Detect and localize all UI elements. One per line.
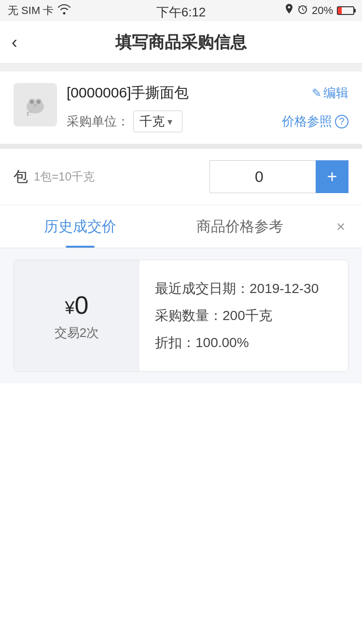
product-details: [0000006]手撕面包 ✎ 编辑 采购单位： 千克 ▾ 价格参照 ? <box>67 83 348 132</box>
dropdown-arrow-icon: ▾ <box>167 116 172 127</box>
product-unit-row: 采购单位： 千克 ▾ 价格参照 ? <box>67 111 348 132</box>
location-icon <box>285 4 293 17</box>
battery-icon <box>337 6 354 15</box>
recent-date-row: 最近成交日期：2019-12-30 <box>155 280 333 298</box>
quantity-row: 包 1包=10千克 + <box>0 149 362 205</box>
edit-button[interactable]: ✎ 编辑 <box>312 84 348 101</box>
edit-icon: ✎ <box>312 86 321 100</box>
recent-date-label: 最近成交日期： <box>155 281 250 296</box>
purchase-quantity-value: 200千克 <box>223 308 272 323</box>
status-time: 下午6:12 <box>156 4 206 21</box>
back-button[interactable]: ‹ <box>12 32 17 53</box>
discount-label: 折扣： <box>155 335 195 350</box>
unit-selector-group: 采购单位： 千克 ▾ <box>67 111 182 132</box>
quantity-unit: 包 <box>14 167 28 187</box>
product-top-row: [0000006]手撕面包 ✎ 编辑 <box>67 83 348 103</box>
tab-active-indicator <box>66 246 95 248</box>
svg-point-6 <box>33 104 37 107</box>
page-title: 填写商品采购信息 <box>115 31 247 54</box>
svg-text:贮: 贮 <box>27 111 31 116</box>
price-reference-button[interactable]: 价格参照 ? <box>282 113 348 130</box>
status-left: 无 SIM 卡 <box>8 3 71 18</box>
discount-value: 100.00% <box>195 335 249 350</box>
status-bar: 无 SIM 卡 下午6:12 20% <box>0 0 362 21</box>
tab-panel: 历史成交价 商品价格参考 × ¥0 交易2次 最近成交日期：2019-12-30… <box>0 205 362 383</box>
quantity-input-group: + <box>209 160 348 193</box>
currency-symbol: ¥ <box>65 298 75 318</box>
price-right-panel: 最近成交日期：2019-12-30 采购数量：200千克 折扣：100.00% <box>139 260 348 371</box>
history-price-content: ¥0 交易2次 最近成交日期：2019-12-30 采购数量：200千克 折扣：… <box>0 248 362 383</box>
quantity-conversion: 1包=10千克 <box>34 169 95 184</box>
bottom-area <box>0 383 362 644</box>
svg-point-4 <box>30 100 34 104</box>
product-name: [0000006]手撕面包 <box>67 83 189 103</box>
help-icon: ? <box>335 115 348 128</box>
unit-value: 千克 <box>139 113 165 130</box>
transaction-count: 交易2次 <box>55 324 99 341</box>
tab-history-price[interactable]: 历史成交价 <box>0 205 160 248</box>
recent-date-value: 2019-12-30 <box>250 281 319 296</box>
status-right: 20% <box>285 4 354 17</box>
svg-point-5 <box>37 100 41 104</box>
alarm-icon <box>297 4 308 17</box>
purchase-quantity-label: 采购数量： <box>155 308 223 323</box>
edit-label: 编辑 <box>323 84 348 101</box>
wifi-icon <box>57 4 71 17</box>
battery-percent: 20% <box>312 4 333 17</box>
quantity-input[interactable] <box>209 160 316 193</box>
purchase-quantity-row: 采购数量：200千克 <box>155 307 333 325</box>
price-display: ¥0 <box>65 291 89 320</box>
tab-history-label: 历史成交价 <box>44 217 116 237</box>
quantity-label-group: 包 1包=10千克 <box>14 167 95 187</box>
price-left-panel: ¥0 交易2次 <box>14 260 139 371</box>
tab-close-button[interactable]: × <box>320 205 362 248</box>
price-amount: 0 <box>75 291 89 319</box>
tab-product-price-ref[interactable]: 商品价格参考 <box>160 205 320 248</box>
price-ref-label: 价格参照 <box>282 113 332 130</box>
unit-dropdown[interactable]: 千克 ▾ <box>133 111 182 132</box>
nav-bar: ‹ 填写商品采购信息 <box>0 21 362 64</box>
tab-header: 历史成交价 商品价格参考 × <box>0 205 362 248</box>
unit-label: 采购单位： <box>67 113 129 130</box>
discount-row: 折扣：100.00% <box>155 334 333 352</box>
section-divider <box>0 144 362 149</box>
product-logo: 贮 <box>21 88 50 121</box>
quantity-plus-button[interactable]: + <box>316 160 348 193</box>
product-card: 贮 [0000006]手撕面包 ✎ 编辑 采购单位： 千克 ▾ 价格参照 <box>0 71 362 144</box>
sim-status: 无 SIM 卡 <box>8 3 54 18</box>
tab-product-price-label: 商品价格参考 <box>196 217 283 237</box>
price-card: ¥0 交易2次 最近成交日期：2019-12-30 采购数量：200千克 折扣：… <box>14 260 348 372</box>
product-thumbnail: 贮 <box>14 83 57 126</box>
